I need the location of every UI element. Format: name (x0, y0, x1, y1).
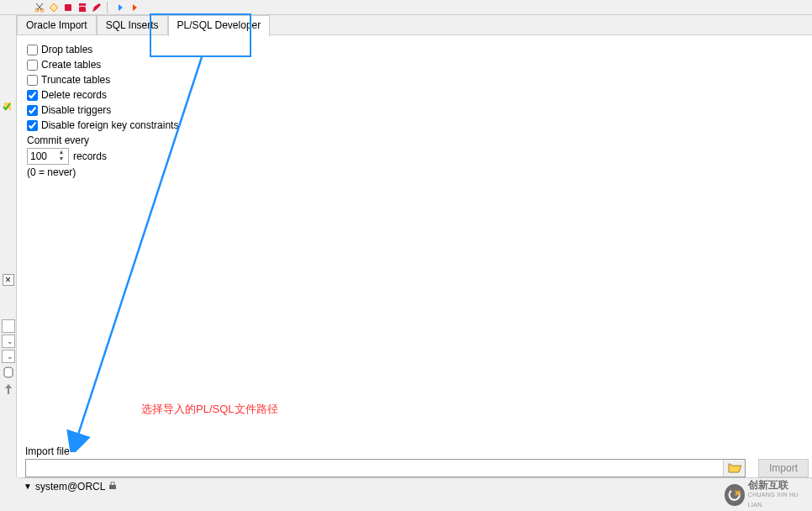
chevron-down-icon: ⌄ (7, 337, 13, 345)
close-button[interactable]: × (3, 274, 14, 286)
checkbox-input[interactable] (27, 120, 38, 131)
red-seal-icon[interactable] (62, 2, 74, 13)
spinner-down[interactable]: ▼ (57, 156, 66, 163)
checkbox-label: Disable triggers (41, 104, 111, 116)
tab-sql-inserts[interactable]: SQL Inserts (97, 15, 168, 34)
svg-rect-6 (79, 3, 86, 12)
never-note: (0 = never) (27, 166, 802, 178)
tabs-bar: Oracle Import SQL Inserts PL/SQL Develop… (17, 15, 812, 35)
checkbox-delete-records[interactable]: Delete records (27, 89, 802, 101)
dropdown-2[interactable]: ⌄ (2, 350, 15, 363)
tab-label: Oracle Import (26, 19, 87, 31)
connection-lock-icon (108, 481, 117, 493)
toolbar-separator (107, 2, 108, 13)
svg-rect-9 (109, 485, 116, 489)
checkbox-label: Truncate tables (41, 74, 110, 86)
svg-rect-5 (65, 4, 71, 11)
watermark-badge (725, 484, 745, 506)
arrow-orange-icon[interactable] (126, 2, 138, 13)
checkbox-disable-triggers[interactable]: Disable triggers (27, 104, 802, 116)
checkbox-label: Create tables (41, 59, 101, 71)
status-connection: system@ORCL (35, 481, 106, 493)
import-file-label: Import file (25, 445, 812, 457)
svg-marker-4 (50, 3, 58, 12)
browse-button[interactable] (723, 460, 745, 477)
checkbox-label: Disable foreign key constraints (41, 119, 178, 131)
empty-box[interactable] (2, 319, 15, 333)
status-bar: ▼ system@ORCL (18, 477, 812, 494)
dropdown-1[interactable]: ⌄ (2, 335, 15, 348)
status-dropdown-icon[interactable]: ▼ (24, 482, 32, 491)
checkbox-drop-tables[interactable]: Drop tables (27, 44, 802, 55)
watermark-text: 创新互联 CHUANG XIN HU LIAN (748, 480, 809, 510)
checkbox-input[interactable] (27, 90, 38, 101)
commit-value-input-wrap: ▲ ▼ (27, 148, 69, 165)
checkbox-input[interactable] (27, 45, 38, 55)
cut-icon[interactable] (34, 2, 45, 13)
records-label: records (73, 150, 107, 162)
watermark-cn: 创新互联 (748, 480, 809, 490)
svg-line-2 (37, 3, 43, 10)
script-icon[interactable] (76, 2, 88, 13)
edit-icon[interactable] (91, 2, 103, 13)
arrow-up-icon[interactable] (1, 382, 16, 397)
checkbox-label: Delete records (41, 89, 107, 101)
tab-oracle-import[interactable]: Oracle Import (17, 15, 97, 34)
checkbox-input[interactable] (27, 75, 38, 86)
bookmark-check-icon[interactable] (1, 99, 16, 114)
commit-every-label: Commit every (27, 134, 802, 146)
checkbox-input[interactable] (27, 60, 38, 71)
chevron-down-icon: ⌄ (7, 352, 13, 361)
left-sidebar: × ⌄ ⌄ (0, 15, 17, 477)
spinner: ▲ ▼ (57, 150, 66, 163)
commit-value-input[interactable] (30, 150, 55, 162)
watermark: 创新互联 CHUANG XIN HU LIAN (725, 482, 809, 508)
import-area: Import file Import (25, 445, 812, 477)
checkbox-disable-fk[interactable]: Disable foreign key constraints (27, 119, 802, 131)
tab-plsql-developer[interactable]: PL/SQL Developer (168, 15, 271, 36)
watermark-en: CHUANG XIN HU LIAN (748, 490, 809, 510)
top-toolbar (0, 0, 812, 15)
checkbox-truncate-tables[interactable]: Truncate tables (27, 74, 802, 86)
options-panel: Drop tables Create tables Truncate table… (17, 35, 812, 187)
arrow-blue-icon[interactable] (112, 2, 124, 13)
import-button[interactable]: Import (758, 459, 809, 477)
checkbox-input[interactable] (27, 105, 38, 116)
checkbox-label: Drop tables (41, 44, 92, 55)
diamond-icon[interactable] (48, 2, 60, 13)
main-panel: Oracle Import SQL Inserts PL/SQL Develop… (17, 15, 812, 477)
button-label: Import (769, 462, 798, 474)
database-icon[interactable] (1, 365, 16, 380)
file-input-wrap (25, 459, 746, 477)
tab-label: PL/SQL Developer (177, 19, 261, 31)
svg-line-3 (36, 3, 42, 10)
folder-open-icon (728, 462, 741, 474)
annotation-text: 选择导入的PL/SQL文件路径 (141, 402, 278, 417)
import-file-input[interactable] (26, 460, 723, 477)
commit-row: ▲ ▼ records (27, 148, 802, 165)
checkbox-create-tables[interactable]: Create tables (27, 59, 802, 71)
import-row: Import (25, 459, 812, 477)
tab-label: SQL Inserts (106, 19, 159, 31)
